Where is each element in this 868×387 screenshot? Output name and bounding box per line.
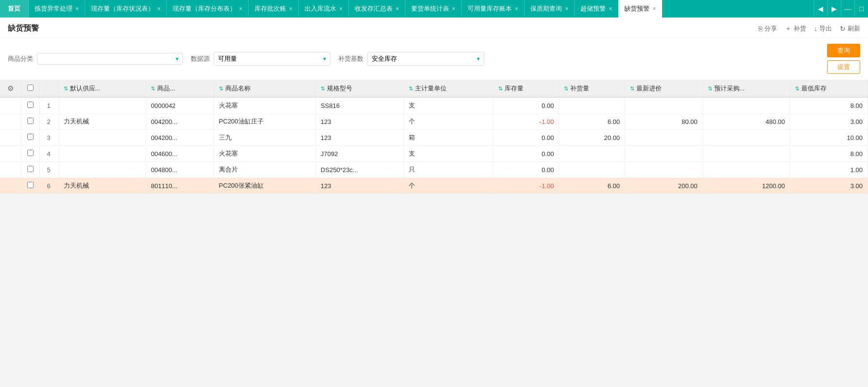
header-actions: ⎘ 分享 ＋ 补货 ↓ 导出 ↻ 刷新 bbox=[759, 24, 860, 33]
col-latest-price-header[interactable]: ⇅最新进价 bbox=[625, 80, 703, 97]
row-supplier-2 bbox=[58, 130, 146, 146]
tab-label-collect: 收发存汇总表 bbox=[355, 4, 393, 13]
tab-close-available[interactable]: × bbox=[515, 5, 518, 12]
row-latest-price-4 bbox=[625, 162, 703, 178]
table-row: 2 力天机械 004200... PC200油缸庄子 123 个 -1.00 6… bbox=[0, 114, 868, 130]
tab-home[interactable]: 首页 bbox=[0, 0, 29, 18]
category-dropdown-icon: ▾ bbox=[176, 55, 179, 62]
col-settings-header[interactable]: ⚙ bbox=[0, 80, 21, 97]
stock-sort-icon: ⇅ bbox=[498, 86, 503, 91]
tab-batch[interactable]: 库存批次账× bbox=[249, 0, 299, 18]
row-latest-price-2 bbox=[625, 130, 703, 146]
row-checkbox-3[interactable] bbox=[27, 150, 34, 156]
row-check-1[interactable] bbox=[21, 114, 39, 130]
tab-close-overstock[interactable]: × bbox=[609, 5, 612, 12]
row-latest-price-3 bbox=[625, 146, 703, 162]
row-code-5: 801110... bbox=[146, 178, 214, 194]
col-est-purchase-header[interactable]: ⇅预计采购... bbox=[703, 80, 790, 97]
tab-close-demand[interactable]: × bbox=[452, 5, 455, 12]
table-row: 4 004600... 火花塞 J7092 支 0.00 8.00 bbox=[0, 146, 868, 162]
category-select[interactable]: ▾ bbox=[37, 53, 183, 65]
window-maximize-btn[interactable]: □ bbox=[854, 0, 868, 18]
row-checkbox-5[interactable] bbox=[27, 182, 34, 188]
row-check-4[interactable] bbox=[21, 162, 39, 178]
row-checkbox-0[interactable] bbox=[27, 102, 34, 108]
table-row: 5 004800... 离合片 DS250*23c... 只 0.00 1.00 bbox=[0, 162, 868, 178]
row-check-2[interactable] bbox=[21, 130, 39, 146]
col-min-stock-header[interactable]: ⇅最低库存 bbox=[790, 80, 868, 97]
row-unit-0: 支 bbox=[404, 97, 493, 114]
tab-label-batch: 库存批次账 bbox=[254, 4, 286, 13]
row-replenish-3 bbox=[559, 146, 625, 162]
row-checkbox-1[interactable] bbox=[27, 118, 34, 124]
row-check-0[interactable] bbox=[21, 97, 39, 114]
tab-inout[interactable]: 出入库流水× bbox=[299, 0, 349, 18]
tab-stock-status[interactable]: 现存量（库存状况表）× bbox=[85, 0, 167, 18]
tab-label-home: 首页 bbox=[8, 4, 20, 13]
row-stock-5: -1.00 bbox=[493, 178, 559, 194]
table-container: ⚙ ⇅默认供应... ⇅商品... ⇅商品名称 bbox=[0, 80, 868, 194]
row-replenish-5: 6.00 bbox=[559, 178, 625, 194]
tab-close-shortage[interactable]: × bbox=[652, 5, 656, 12]
datasource-select[interactable]: 可用量 ▾ bbox=[214, 52, 330, 66]
spec-sort-icon: ⇅ bbox=[321, 86, 325, 91]
col-code-header[interactable]: ⇅商品... bbox=[146, 80, 214, 97]
export-button[interactable]: ↓ 导出 bbox=[814, 24, 832, 33]
table-header-row: ⚙ ⇅默认供应... ⇅商品... ⇅商品名称 bbox=[0, 80, 868, 97]
latest-price-sort-icon: ⇅ bbox=[630, 86, 634, 91]
tab-close-batch[interactable]: × bbox=[289, 5, 292, 12]
tab-label-demand: 要货单统计表 bbox=[411, 4, 449, 13]
select-all-checkbox[interactable] bbox=[27, 85, 34, 91]
export-icon: ↓ bbox=[814, 25, 817, 33]
replenish-filter-group: 补货基数 安全库存 ▾ bbox=[338, 52, 484, 66]
row-check-3[interactable] bbox=[21, 146, 39, 162]
row-spec-3: J7092 bbox=[316, 146, 404, 162]
row-est-purchase-0 bbox=[703, 97, 790, 114]
window-minimize-btn[interactable]: — bbox=[841, 0, 854, 18]
tab-expiry[interactable]: 保质期查询× bbox=[524, 0, 575, 18]
col-spec-header[interactable]: ⇅规格型号 bbox=[316, 80, 404, 97]
min-stock-sort-icon: ⇅ bbox=[795, 86, 799, 91]
tab-close-abnormal[interactable]: × bbox=[75, 5, 79, 12]
refresh-button[interactable]: ↻ 刷新 bbox=[840, 24, 860, 33]
tab-available[interactable]: 可用量库存账本× bbox=[462, 0, 524, 18]
col-name-header[interactable]: ⇅商品名称 bbox=[214, 80, 315, 97]
tab-collect[interactable]: 收发存汇总表× bbox=[349, 0, 405, 18]
tab-overstock[interactable]: 超储预警× bbox=[575, 0, 618, 18]
col-supplier-header[interactable]: ⇅默认供应... bbox=[58, 80, 146, 97]
row-latest-price-0 bbox=[625, 97, 703, 114]
tab-stock-dist[interactable]: 现存量（库存分布表）× bbox=[167, 0, 249, 18]
row-supplier-4 bbox=[58, 162, 146, 178]
tab-close-collect[interactable]: × bbox=[396, 5, 399, 12]
row-settings-3 bbox=[0, 146, 21, 162]
col-replenish-header[interactable]: ⇅补货量 bbox=[559, 80, 625, 97]
row-num-1: 2 bbox=[39, 114, 58, 130]
tab-close-expiry[interactable]: × bbox=[565, 5, 568, 12]
tab-close-stock-status[interactable]: × bbox=[157, 5, 161, 12]
row-latest-price-5: 200.00 bbox=[625, 178, 703, 194]
row-checkbox-4[interactable] bbox=[27, 166, 34, 172]
datasource-label: 数据源 bbox=[191, 54, 210, 63]
tab-close-stock-dist[interactable]: × bbox=[239, 5, 242, 12]
tab-next-btn[interactable]: ▶ bbox=[827, 0, 841, 18]
settings-button[interactable]: 设置 bbox=[827, 60, 860, 74]
replenish-select[interactable]: 安全库存 ▾ bbox=[367, 52, 484, 66]
row-checkbox-2[interactable] bbox=[27, 134, 34, 140]
tab-demand[interactable]: 要货单统计表× bbox=[405, 0, 462, 18]
tab-close-inout[interactable]: × bbox=[339, 5, 343, 12]
tab-prev-btn[interactable]: ◀ bbox=[814, 0, 827, 18]
query-button[interactable]: 查询 bbox=[827, 44, 860, 57]
tab-abnormal[interactable]: 拣货异常处理× bbox=[29, 0, 85, 18]
row-check-5[interactable] bbox=[21, 178, 39, 194]
row-name-3: 火花塞 bbox=[214, 146, 315, 162]
row-replenish-2: 20.00 bbox=[559, 130, 625, 146]
share-button[interactable]: ⎘ 分享 bbox=[759, 24, 777, 33]
replenish-button[interactable]: ＋ 补货 bbox=[785, 24, 806, 33]
col-stock-header[interactable]: ⇅库存量 bbox=[493, 80, 559, 97]
tab-label-stock-status: 现存量（库存状况表） bbox=[91, 4, 154, 13]
settings-gear-icon[interactable]: ⚙ bbox=[5, 84, 17, 93]
col-unit-header[interactable]: ⇅主计量单位 bbox=[404, 80, 493, 97]
tab-shortage[interactable]: 缺货预警× bbox=[618, 0, 662, 18]
row-spec-2: 123 bbox=[316, 130, 404, 146]
row-replenish-1: 6.00 bbox=[559, 114, 625, 130]
